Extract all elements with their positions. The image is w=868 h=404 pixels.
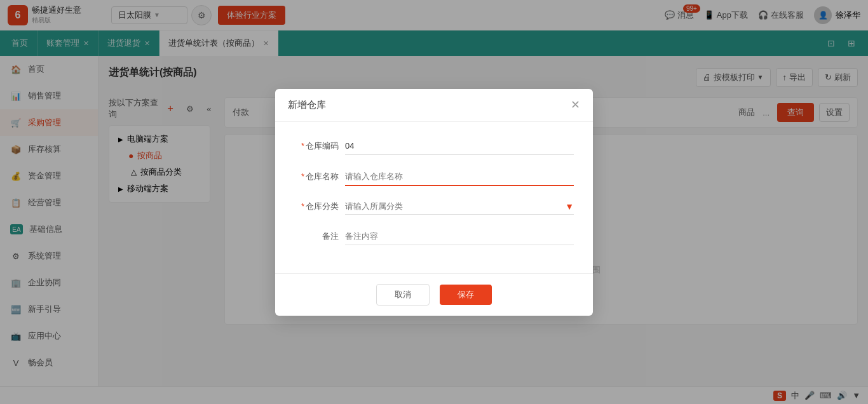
form-row-category: *仓库分类 ▼ (294, 199, 574, 215)
modal-footer: 取消 保存 (275, 273, 593, 316)
add-warehouse-modal: 新增仓库 ✕ *仓库编码 *仓库名称 *仓库分类 (275, 89, 593, 316)
form-row-code: *仓库编码 (294, 137, 574, 155)
warehouse-note-input[interactable] (345, 227, 574, 245)
warehouse-name-input[interactable] (345, 168, 574, 186)
modal-overlay[interactable]: 新增仓库 ✕ *仓库编码 *仓库名称 *仓库分类 (0, 0, 868, 404)
modal-title: 新增仓库 (288, 99, 326, 111)
modal-header: 新增仓库 ✕ (275, 89, 593, 122)
category-select-wrap[interactable]: ▼ (345, 199, 574, 215)
modal-close-button[interactable]: ✕ (571, 99, 580, 111)
save-button[interactable]: 保存 (440, 285, 492, 305)
name-label: *仓库名称 (294, 171, 345, 182)
chevron-down-icon: ▼ (565, 201, 574, 212)
category-input[interactable] (345, 201, 565, 211)
modal-body: *仓库编码 *仓库名称 *仓库分类 ▼ (275, 122, 593, 273)
category-label: *仓库分类 (294, 201, 345, 212)
warehouse-code-input[interactable] (345, 137, 574, 155)
form-row-name: *仓库名称 (294, 168, 574, 186)
code-label: *仓库编码 (294, 140, 345, 152)
form-row-note: 备注 (294, 227, 574, 245)
note-label: 备注 (294, 231, 345, 242)
cancel-button[interactable]: 取消 (376, 284, 430, 306)
